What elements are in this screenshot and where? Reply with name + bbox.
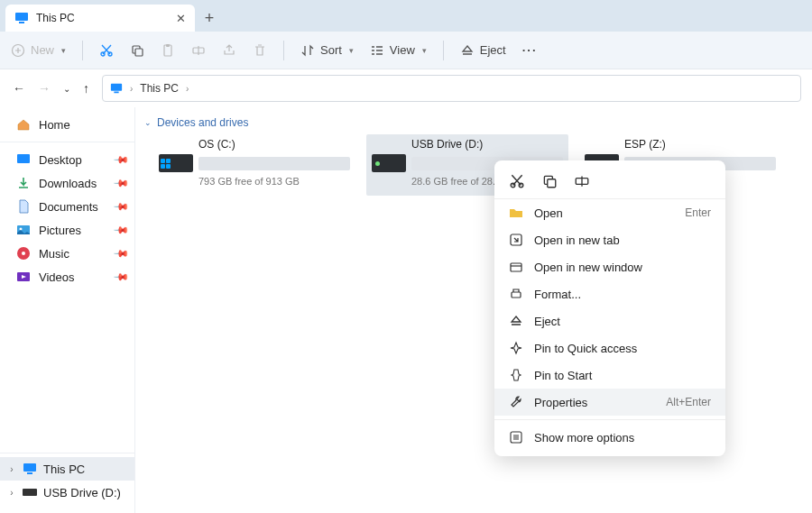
ctx-properties[interactable]: Properties Alt+Enter xyxy=(494,389,725,416)
ctx-pin-start[interactable]: Pin to Start xyxy=(494,362,725,389)
paste-icon[interactable] xyxy=(161,43,175,58)
sidebar-tree: › This PC › USB Drive (D:) xyxy=(0,453,134,513)
monitor-icon xyxy=(23,462,37,476)
tree-this-pc[interactable]: › This PC xyxy=(0,457,134,481)
ctx-show-more[interactable]: Show more options xyxy=(494,424,725,451)
breadcrumb-item[interactable]: This PC xyxy=(140,82,179,95)
svg-rect-18 xyxy=(23,463,36,472)
rename-icon[interactable] xyxy=(191,43,206,58)
context-menu: Open Enter Open in new tab Open in new w… xyxy=(494,160,725,456)
eject-icon xyxy=(509,314,523,328)
svg-point-16 xyxy=(22,252,25,255)
tab-bar: This PC ✕ + xyxy=(0,0,812,32)
svg-rect-6 xyxy=(135,49,143,56)
share-icon[interactable] xyxy=(222,43,236,58)
sidebar-item-music[interactable]: Music 📌 xyxy=(0,242,134,265)
format-icon xyxy=(509,287,523,301)
recent-dropdown[interactable]: ⌄ xyxy=(63,84,70,94)
sidebar: Home Desktop 📌 Downloads 📌 Documents 📌 P… xyxy=(0,107,135,513)
pin-icon xyxy=(509,368,523,382)
ctx-format[interactable]: Format... xyxy=(494,280,725,307)
ctx-open-new-tab[interactable]: Open in new tab xyxy=(494,226,725,253)
drive-icon xyxy=(23,485,37,499)
tab-title: This PC xyxy=(36,12,169,24)
rename-icon[interactable] xyxy=(574,173,590,189)
svg-rect-19 xyxy=(27,472,32,474)
videos-icon xyxy=(16,270,31,284)
capacity-bar xyxy=(198,157,350,170)
cut-icon[interactable] xyxy=(509,173,525,189)
pin-icon xyxy=(509,341,523,355)
chevron-down-icon: ▾ xyxy=(349,46,354,55)
toolbar: New ▾ Sort ▾ View ▾ Eject ··· xyxy=(0,32,812,69)
forward-button[interactable]: → xyxy=(38,81,51,96)
sort-icon xyxy=(300,43,315,58)
divider xyxy=(494,419,725,420)
cut-icon[interactable] xyxy=(99,43,114,58)
tab-this-pc[interactable]: This PC ✕ xyxy=(5,5,195,32)
ctx-eject[interactable]: Eject xyxy=(494,307,725,334)
monitor-icon xyxy=(110,82,123,95)
svg-rect-11 xyxy=(114,92,118,94)
pin-icon: 📌 xyxy=(112,244,129,261)
folder-icon xyxy=(509,206,523,220)
chevron-down-icon: ⌄ xyxy=(144,118,152,127)
new-tab-icon xyxy=(509,233,523,247)
view-button[interactable]: View ▾ xyxy=(370,43,427,58)
new-tab-button[interactable]: + xyxy=(195,5,224,32)
new-button[interactable]: New ▾ xyxy=(11,43,66,58)
chevron-down-icon: ▾ xyxy=(422,46,427,55)
svg-rect-27 xyxy=(511,263,521,271)
pin-icon: 📌 xyxy=(112,174,129,191)
pin-icon: 📌 xyxy=(112,268,129,285)
divider xyxy=(443,41,444,60)
chevron-right-icon: › xyxy=(130,84,133,94)
svg-rect-1 xyxy=(19,22,24,23)
back-button[interactable]: ← xyxy=(13,81,25,96)
drive-os-c[interactable]: OS (C:) 793 GB free of 913 GB xyxy=(153,134,355,196)
copy-icon[interactable] xyxy=(130,43,144,58)
tree-usb[interactable]: › USB Drive (D:) xyxy=(0,481,134,504)
monitor-icon xyxy=(14,11,29,25)
svg-rect-28 xyxy=(512,292,521,298)
sort-button[interactable]: Sort ▾ xyxy=(300,43,354,58)
sidebar-item-videos[interactable]: Videos 📌 xyxy=(0,265,134,289)
divider xyxy=(82,41,83,60)
home-icon xyxy=(16,117,31,132)
divider xyxy=(0,142,134,142)
ctx-open-new-window[interactable]: Open in new window xyxy=(494,253,725,280)
wrench-icon xyxy=(509,395,523,409)
drive-icon xyxy=(159,154,193,172)
chevron-down-icon: ▾ xyxy=(61,46,66,55)
pin-icon: 📌 xyxy=(112,221,129,238)
document-icon xyxy=(16,199,31,214)
divider xyxy=(283,41,284,60)
more-button[interactable]: ··· xyxy=(522,43,538,57)
sidebar-item-pictures[interactable]: Pictures 📌 xyxy=(0,218,134,242)
sidebar-item-documents[interactable]: Documents 📌 xyxy=(0,195,134,218)
ctx-pin-quick-access[interactable]: Pin to Quick access xyxy=(494,334,725,362)
eject-icon xyxy=(460,43,475,58)
chevron-right-icon: › xyxy=(7,464,16,474)
up-button[interactable]: ↑ xyxy=(83,81,89,96)
ctx-open[interactable]: Open Enter xyxy=(494,199,725,226)
copy-icon[interactable] xyxy=(541,173,558,189)
pin-icon: 📌 xyxy=(112,197,129,215)
new-window-icon xyxy=(509,260,523,274)
close-icon[interactable]: ✕ xyxy=(176,12,186,25)
desktop-icon xyxy=(16,152,31,167)
more-options-icon xyxy=(509,430,523,444)
nav-row: ← → ⌄ ↑ › This PC › xyxy=(0,69,812,107)
sidebar-item-desktop[interactable]: Desktop 📌 xyxy=(0,148,134,171)
delete-icon[interactable] xyxy=(253,43,267,58)
sidebar-home[interactable]: Home xyxy=(0,113,134,136)
address-bar[interactable]: › This PC › xyxy=(102,75,801,102)
sidebar-item-downloads[interactable]: Downloads 📌 xyxy=(0,171,134,195)
music-icon xyxy=(16,246,31,261)
group-header[interactable]: ⌄ Devices and drives xyxy=(141,111,807,134)
svg-rect-24 xyxy=(548,179,556,188)
eject-button[interactable]: Eject xyxy=(460,43,506,58)
drive-icon xyxy=(372,154,406,172)
svg-rect-20 xyxy=(23,489,37,496)
chevron-right-icon: › xyxy=(7,488,16,498)
